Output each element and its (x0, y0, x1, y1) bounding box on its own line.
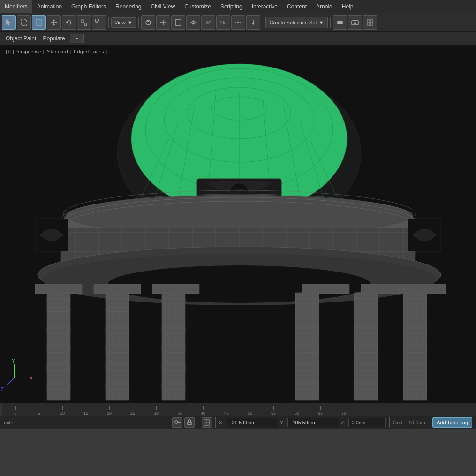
svg-marker-6 (53, 19, 55, 21)
toolbar-right-icons (333, 15, 377, 30)
move-tool-btn[interactable] (47, 15, 61, 30)
svg-marker-9 (56, 22, 57, 23)
status-sep2 (215, 417, 216, 428)
scene-svg: X Y Z (0, 45, 476, 402)
menu-item-customize[interactable]: Customize (180, 0, 216, 13)
tick-55: 55 (262, 406, 285, 416)
toolbar-sep-4 (330, 17, 331, 28)
svg-rect-84 (35, 284, 82, 294)
status-sep (198, 417, 198, 428)
svg-rect-19 (175, 20, 181, 25)
svg-rect-152 (403, 293, 427, 400)
z-coord-field[interactable]: 0,0cm (348, 418, 386, 427)
sub-toolbar-dropdown[interactable] (70, 34, 84, 43)
menu-item-arnold[interactable]: Arnold (311, 0, 337, 13)
camera-btn[interactable] (348, 15, 362, 30)
navigate-btn[interactable] (141, 15, 155, 30)
tick-25: 25 (121, 406, 144, 416)
x-coord-field[interactable]: -21,599cm (227, 418, 278, 427)
svg-rect-27 (337, 23, 343, 24)
rectangular-select-btn[interactable] (17, 15, 31, 30)
main-toolbar: View ▼ 3° % Create Selection Set ▼ (0, 13, 476, 32)
region-select-btn[interactable] (32, 15, 46, 30)
view-dropdown[interactable]: View ▼ (111, 17, 136, 28)
axis-icon[interactable] (202, 417, 212, 428)
snap-toggle-btn[interactable] (231, 15, 245, 30)
tick-65: 65 (309, 406, 332, 416)
create-selection-set-btn[interactable]: Create Selection Set ▼ (265, 17, 328, 28)
menu-item-graph-editors[interactable]: Graph Editors (67, 0, 111, 13)
layer-btn[interactable] (333, 15, 347, 30)
pan-btn[interactable] (156, 15, 170, 30)
orbit-btn[interactable] (186, 15, 200, 30)
select-tool-btn[interactable] (2, 15, 16, 30)
svg-rect-1 (21, 20, 27, 25)
pin-btn[interactable] (246, 15, 260, 30)
status-sep3 (389, 417, 390, 428)
tick-20: 20 (98, 406, 121, 416)
menu-item-scripting[interactable]: Scripting (216, 0, 247, 13)
project-label: ects (4, 420, 13, 425)
svg-rect-89 (399, 284, 446, 294)
lock-icon[interactable] (184, 417, 195, 428)
svg-rect-11 (81, 20, 83, 22)
populate-btn[interactable]: Populate (41, 34, 67, 43)
add-time-tag-btn[interactable]: Add Time Tag (432, 417, 472, 428)
menu-item-help[interactable]: Help (337, 0, 358, 13)
timeline-ruler[interactable]: 0 5 10 15 20 25 30 35 (2, 403, 476, 416)
angle-snap-btn[interactable]: 3° (201, 15, 215, 30)
menu-item-modifiers[interactable]: Modifiers (0, 0, 32, 13)
grid-btn[interactable] (363, 15, 377, 30)
svg-rect-26 (337, 22, 343, 23)
svg-marker-14 (96, 21, 98, 23)
svg-marker-8 (51, 22, 52, 23)
undo-btn[interactable] (92, 15, 106, 30)
tick-60: 60 (285, 406, 309, 416)
viewport-label: [+] [Perspective ] [Standard ] [Edged Fa… (6, 49, 107, 54)
zoom-btn[interactable] (171, 15, 185, 30)
svg-rect-12 (84, 23, 87, 25)
svg-rect-31 (367, 20, 370, 22)
menu-item-civil-view[interactable]: Civil View (146, 0, 180, 13)
percent-btn[interactable]: % (216, 15, 230, 30)
grid-label: Grid = 10,0cm (393, 420, 425, 425)
key-icon[interactable] (172, 417, 182, 428)
menu-bar: Modifiers Animation Graph Editors Render… (0, 0, 476, 13)
svg-rect-128 (295, 293, 319, 400)
z-label: Z: (341, 420, 346, 425)
svg-rect-87 (302, 284, 349, 294)
svg-text:X: X (30, 376, 33, 381)
tick-30: 30 (144, 406, 168, 416)
tick-40: 40 (191, 406, 215, 416)
tick-35: 35 (168, 406, 191, 416)
svg-point-29 (354, 22, 356, 24)
svg-rect-30 (354, 20, 356, 21)
svg-text:3°: 3° (206, 20, 211, 25)
object-paint-btn[interactable]: Object Paint (4, 34, 38, 43)
svg-rect-116 (162, 293, 185, 400)
viewport: [+] [Perspective ] [Standard ] [Edged Fa… (0, 45, 476, 402)
svg-rect-103 (106, 293, 129, 400)
tick-10: 10 (51, 406, 74, 416)
menu-item-interactive[interactable]: Interactive (247, 0, 282, 13)
tick-50: 50 (238, 406, 262, 416)
timeline: 0 5 10 15 20 25 30 35 (0, 402, 476, 416)
rotate-tool-btn[interactable] (62, 15, 76, 30)
svg-rect-32 (370, 20, 373, 22)
menu-item-rendering[interactable]: Rendering (111, 0, 146, 13)
svg-rect-34 (370, 23, 373, 25)
y-label: Y: (280, 420, 285, 425)
svg-point-173 (175, 421, 178, 423)
tick-5: 5 (27, 406, 51, 416)
svg-rect-86 (152, 284, 199, 294)
svg-rect-28 (352, 21, 358, 25)
y-coord-field[interactable]: -105,59cm (287, 418, 339, 427)
svg-rect-33 (367, 23, 370, 25)
menu-item-content[interactable]: Content (282, 0, 311, 13)
toolbar-sep-1 (108, 17, 109, 28)
toolbar-sep-2 (138, 17, 139, 28)
svg-rect-140 (354, 293, 378, 400)
svg-marker-35 (75, 38, 79, 39)
scale-tool-btn[interactable] (77, 15, 91, 30)
menu-item-animation[interactable]: Animation (32, 0, 67, 13)
